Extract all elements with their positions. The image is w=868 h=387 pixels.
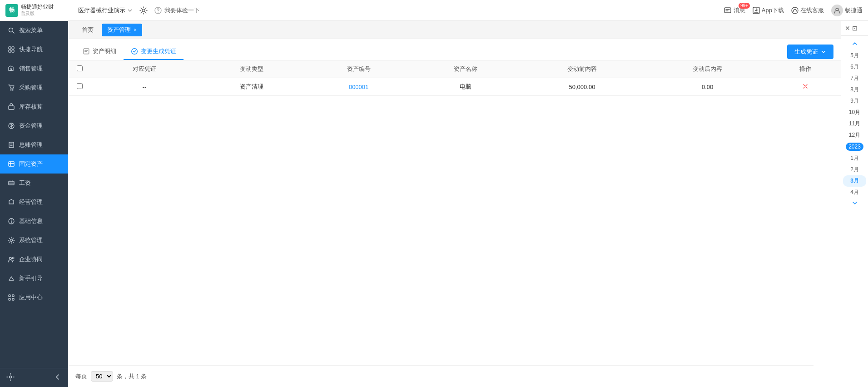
timeline-year-2023[interactable]: 2023 xyxy=(846,143,863,151)
settings-icon[interactable] xyxy=(137,4,150,17)
purchase-icon xyxy=(7,84,15,92)
timeline-month-10[interactable]: 10月 xyxy=(841,107,868,118)
sidebar-item-sales[interactable]: 销售管理 xyxy=(0,59,68,78)
page-content: 资产明细 变更生成凭证 生成凭证 xyxy=(68,39,841,387)
timeline-month-2[interactable]: 2月 xyxy=(841,164,868,175)
timeline-month-8[interactable]: 8月 xyxy=(841,84,868,95)
online-service-btn[interactable]: 在线客服 xyxy=(791,6,824,15)
sidebar-item-label: 经营管理 xyxy=(19,198,43,206)
svg-rect-29 xyxy=(9,298,10,300)
assets-icon xyxy=(7,160,15,168)
sidebar-item-collab[interactable]: 企业协同 xyxy=(0,250,68,269)
timeline: 5月 6月 7月 8月 9月 10月 11月 12月 2023 1月 2月 3月… xyxy=(841,36,868,212)
sidebar-item-salary[interactable]: 工资 xyxy=(0,174,68,193)
logo: 畅 畅捷通好业财 普及版 xyxy=(5,4,74,17)
timeline-month-12[interactable]: 12月 xyxy=(841,129,868,141)
funds-icon xyxy=(7,122,15,130)
settings-bottom-icon[interactable] xyxy=(6,373,15,382)
sidebar-item-label: 搜索菜单 xyxy=(19,26,43,35)
table-container: 对应凭证 变动类型 资产编号 资产名称 变动前内容 变动后内容 操作 -- xyxy=(68,60,841,96)
logo-icon: 畅 xyxy=(5,4,18,17)
sidebar-item-inventory[interactable]: 库存核算 xyxy=(0,97,68,116)
sidebar-item-label: 采购管理 xyxy=(19,84,43,92)
sidebar-item-guide[interactable]: 新手引导 xyxy=(0,269,68,288)
sidebar-item-label: 系统管理 xyxy=(19,236,43,244)
info-icon xyxy=(7,217,15,225)
sidebar-item-management[interactable]: 经营管理 xyxy=(0,193,68,212)
tabbar: 首页 资产管理 × xyxy=(68,21,841,39)
timeline-month-9[interactable]: 9月 xyxy=(841,95,868,107)
panel-expand-btn[interactable]: ⊡ xyxy=(852,25,858,32)
sidebar-item-info[interactable]: 基础信息 xyxy=(0,212,68,231)
col-asset-no: 资产编号 xyxy=(305,60,412,78)
sub-tabs: 资产明细 变更生成凭证 生成凭证 xyxy=(68,39,841,60)
col-change-type: 变动类型 xyxy=(198,60,305,78)
experience-icon xyxy=(154,7,162,14)
per-page-select[interactable]: 50 xyxy=(91,371,113,382)
per-page-label: 每页 xyxy=(75,372,87,381)
panel-close-btn[interactable]: ✕ xyxy=(845,25,850,32)
svg-rect-19 xyxy=(9,142,14,148)
sidebar-item-assets[interactable]: 固定资产 xyxy=(0,154,68,174)
svg-point-0 xyxy=(142,9,145,12)
tab-home[interactable]: 首页 xyxy=(75,23,100,37)
sidebar-item-label: 总账管理 xyxy=(19,141,43,149)
timeline-up-btn[interactable] xyxy=(841,39,868,50)
timeline-month-6[interactable]: 6月 xyxy=(841,61,868,73)
svg-point-23 xyxy=(11,219,12,220)
timeline-month-11[interactable]: 11月 xyxy=(841,118,868,129)
cell-voucher: -- xyxy=(91,78,198,96)
company-selector[interactable]: 医疗器械行业演示 xyxy=(78,6,133,15)
collapse-icon[interactable] xyxy=(54,373,62,382)
sidebar-item-system[interactable]: 系统管理 xyxy=(0,231,68,250)
download-icon xyxy=(753,7,760,14)
sidebar-item-label: 企业协同 xyxy=(19,255,43,263)
svg-rect-3 xyxy=(724,8,731,13)
sidebar-item-label: 基础信息 xyxy=(19,217,43,225)
right-panel-header: ✕ ⊡ xyxy=(841,21,868,36)
timeline-month-4[interactable]: 4月 xyxy=(841,187,868,198)
sidebar-item-search[interactable]: 搜索菜单 xyxy=(0,21,68,40)
svg-point-31 xyxy=(10,376,12,378)
sub-tab-detail[interactable]: 资产明细 xyxy=(75,44,124,60)
timeline-month-7[interactable]: 7月 xyxy=(841,73,868,84)
svg-rect-13 xyxy=(12,50,14,52)
sidebar-item-ledger[interactable]: 总账管理 xyxy=(0,135,68,154)
collab-icon xyxy=(7,255,15,263)
sidebar-item-label: 工资 xyxy=(19,179,31,187)
timeline-month-3[interactable]: 3月 xyxy=(843,175,866,187)
svg-point-16 xyxy=(12,89,13,90)
pagination: 每页 50 条，共 1 条 xyxy=(68,365,813,387)
select-all-checkbox[interactable] xyxy=(77,65,83,71)
timeline-month-1[interactable]: 1月 xyxy=(841,153,868,164)
tab-close-btn[interactable]: × xyxy=(134,27,137,33)
svg-rect-20 xyxy=(9,162,14,166)
experience-btn[interactable]: 我要体验一下 xyxy=(154,6,200,15)
generate-voucher-btn[interactable]: 生成凭证 xyxy=(787,45,833,59)
guide-icon xyxy=(7,274,15,283)
management-icon xyxy=(7,198,15,206)
sidebar-item-funds[interactable]: 资金管理 xyxy=(0,116,68,135)
messages-btn[interactable]: 消息 99+ xyxy=(724,6,745,15)
svg-rect-10 xyxy=(9,47,11,49)
svg-point-33 xyxy=(132,49,138,55)
user-menu[interactable]: 畅捷通 xyxy=(831,5,863,16)
sidebar-item-purchase[interactable]: 采购管理 xyxy=(0,78,68,97)
voucher-icon xyxy=(131,48,138,55)
sidebar-item-apps[interactable]: 应用中心 xyxy=(0,288,68,307)
ledger-icon xyxy=(7,141,15,149)
sidebar-item-nav[interactable]: 快捷导航 xyxy=(0,40,68,59)
svg-rect-30 xyxy=(12,298,14,300)
sub-tab-voucher[interactable]: 变更生成凭证 xyxy=(124,44,184,60)
timeline-month-5[interactable]: 5月 xyxy=(841,50,868,61)
tab-assets[interactable]: 资产管理 × xyxy=(102,24,142,36)
row-checkbox[interactable] xyxy=(77,83,83,89)
generate-btn-container: 生成凭证 xyxy=(787,45,833,59)
delete-btn[interactable] xyxy=(802,84,808,91)
col-asset-name: 资产名称 xyxy=(412,60,520,78)
topbar-right: 消息 99+ App下载 在线客服 畅捷通 xyxy=(724,5,863,16)
svg-rect-28 xyxy=(12,295,14,297)
timeline-down-btn[interactable] xyxy=(841,198,868,209)
sidebar-item-label: 应用中心 xyxy=(19,293,43,302)
app-download-btn[interactable]: App下载 xyxy=(753,6,784,15)
